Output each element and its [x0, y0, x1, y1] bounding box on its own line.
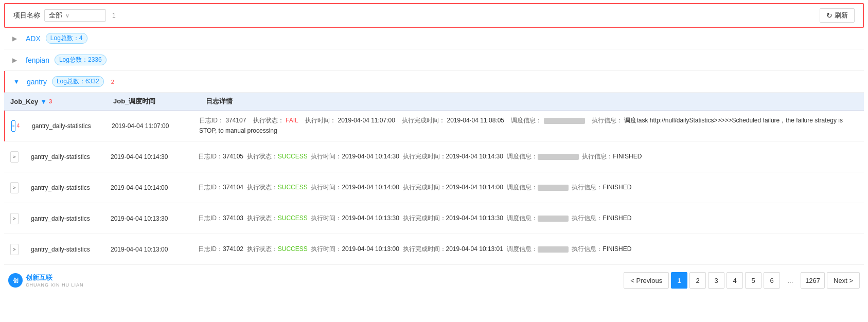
- page-btn-3[interactable]: 3: [708, 272, 724, 289]
- blurred-dispatch-1: [544, 118, 585, 124]
- expand-arrow-gantry: ▼: [13, 78, 22, 85]
- prev-button[interactable]: < Previous: [624, 272, 669, 289]
- expand-button-3[interactable]: >: [10, 182, 19, 193]
- page-btn-2[interactable]: 2: [689, 272, 706, 289]
- project-label: 项目名称: [13, 11, 40, 20]
- project-row-fenpian[interactable]: ▶ fenpian Log总数：2336: [4, 49, 864, 71]
- log-badge-fenpian: Log总数：2336: [55, 55, 107, 65]
- expand-arrow-adx: ▶: [12, 35, 21, 42]
- refresh-icon: ↻: [826, 11, 832, 20]
- row-expand-cell-3: >: [4, 172, 25, 203]
- page-btn-5[interactable]: 5: [745, 272, 761, 289]
- top-filter-bar: 项目名称 全部 ∨ 1 ↻ 刷新: [4, 3, 864, 28]
- gantry-num-badge: 2: [111, 79, 114, 85]
- table-row: > 4 gantry_daily-statistics 2019-04-04 1…: [4, 111, 864, 141]
- row-detail-5: 日志ID： 374102 执行状态： SUCCESS 执行时间： 2019-04…: [192, 234, 864, 264]
- refresh-button[interactable]: ↻ 刷新: [820, 8, 855, 23]
- table-header: Job_Key ▼ 3 Job_调度时间 日志详情: [4, 93, 864, 111]
- page-btn-6[interactable]: 6: [764, 272, 780, 289]
- expand-button-2[interactable]: >: [10, 151, 19, 163]
- logo-area: 创 创新互联 CHUANG XIN HU LIAN: [8, 273, 84, 288]
- row-expand-cell-4: >: [4, 203, 25, 234]
- project-name-fenpian: fenpian: [26, 56, 49, 64]
- filter-num-badge: 1: [112, 12, 116, 19]
- project-select-dropdown[interactable]: 全部 ∨: [44, 9, 106, 22]
- logo-sub: CHUANG XIN HU LIAN: [26, 282, 84, 288]
- chevron-down-icon: ∨: [65, 12, 69, 19]
- blurred-dispatch-5: [538, 246, 569, 253]
- table-row: > gantry_daily-statistics 2019-04-04 10:…: [4, 172, 864, 203]
- row-time-2: 2019-04-04 10:14:30: [104, 141, 192, 172]
- project-name-gantry: gantry: [27, 78, 47, 86]
- log-table: Job_Key ▼ 3 Job_调度时间 日志详情 > 4 gantry_dai…: [4, 93, 864, 265]
- filter-icon[interactable]: ▼: [40, 98, 47, 105]
- page-btn-last[interactable]: 1267: [801, 272, 825, 289]
- table-row: > gantry_daily-statistics 2019-04-04 10:…: [4, 203, 864, 234]
- row-time-4: 2019-04-04 10:13:30: [104, 203, 192, 234]
- row-detail-1: 日志ID： 374107 执行状态： FAIL 执行时间： 2019-04-04…: [193, 111, 864, 141]
- col-header-detail: 日志详情: [200, 97, 864, 106]
- page-ellipsis: ...: [782, 272, 799, 289]
- row-detail-3: 日志ID： 374104 执行状态： SUCCESS 执行时间： 2019-04…: [192, 172, 864, 203]
- row-jobkey-4: gantry_daily-statistics: [25, 203, 104, 234]
- row-detail-4: 日志ID： 374103 执行状态： SUCCESS 执行时间： 2019-04…: [192, 203, 864, 234]
- row-time-1: 2019-04-04 11:07:00: [105, 111, 193, 141]
- row-jobkey-5: gantry_daily-statistics: [25, 234, 104, 264]
- logo-text: 创新互联: [26, 273, 84, 282]
- table-row: > gantry_daily-statistics 2019-04-04 10:…: [4, 234, 864, 265]
- project-filter-left: 项目名称 全部 ∨ 1: [13, 9, 116, 22]
- col-num-badge: 3: [49, 98, 52, 104]
- row-expand-cell-1: > 4: [5, 111, 26, 141]
- page-btn-1[interactable]: 1: [671, 272, 687, 289]
- row-num-4: 4: [16, 123, 20, 129]
- logo-icon: 创: [8, 273, 23, 288]
- log-badge-adx: Log总数：4: [46, 33, 87, 44]
- project-row-adx[interactable]: ▶ ADX Log总数：4: [4, 28, 864, 49]
- expand-button-5[interactable]: >: [10, 244, 19, 255]
- pagination-area: 创 创新互联 CHUANG XIN HU LIAN < Previous 1 2…: [0, 265, 868, 296]
- pagination-controls: < Previous 1 2 3 4 5 6 ... 1267 Next >: [624, 272, 860, 289]
- refresh-label: 刷新: [835, 11, 848, 20]
- row-detail-2: 日志ID： 374105 执行状态： SUCCESS 执行时间： 2019-04…: [192, 141, 864, 172]
- row-jobkey-2: gantry_daily-statistics: [25, 141, 104, 172]
- project-select-value: 全部: [49, 11, 62, 20]
- table-row: > gantry_daily-statistics 2019-04-04 10:…: [4, 141, 864, 172]
- expand-arrow-fenpian: ▶: [12, 57, 21, 64]
- blurred-dispatch-4: [538, 216, 569, 222]
- project-row-gantry[interactable]: ▼ gantry Log总数：6332 2: [4, 71, 864, 93]
- project-list: ▶ ADX Log总数：4 ▶ fenpian Log总数：2336 ▼ gan…: [4, 28, 864, 93]
- row-expand-cell-5: >: [4, 234, 25, 264]
- page-btn-4[interactable]: 4: [727, 272, 743, 289]
- row-time-3: 2019-04-04 10:14:00: [104, 172, 192, 203]
- row-expand-cell-2: >: [4, 141, 25, 172]
- col-header-jobkey: Job_Key ▼ 3: [4, 98, 107, 105]
- row-time-5: 2019-04-04 10:13:00: [104, 234, 192, 264]
- blurred-dispatch-2: [538, 154, 579, 160]
- log-badge-gantry: Log总数：6332: [52, 76, 104, 87]
- expand-button-1[interactable]: >: [11, 120, 15, 132]
- next-button[interactable]: Next >: [827, 272, 860, 289]
- col-header-time: Job_调度时间: [107, 97, 200, 106]
- expand-button-4[interactable]: >: [10, 213, 19, 224]
- blurred-dispatch-3: [538, 185, 569, 191]
- row-jobkey-1: gantry_daily-statistics: [26, 111, 105, 141]
- project-name-adx: ADX: [26, 34, 41, 43]
- row-jobkey-3: gantry_daily-statistics: [25, 172, 104, 203]
